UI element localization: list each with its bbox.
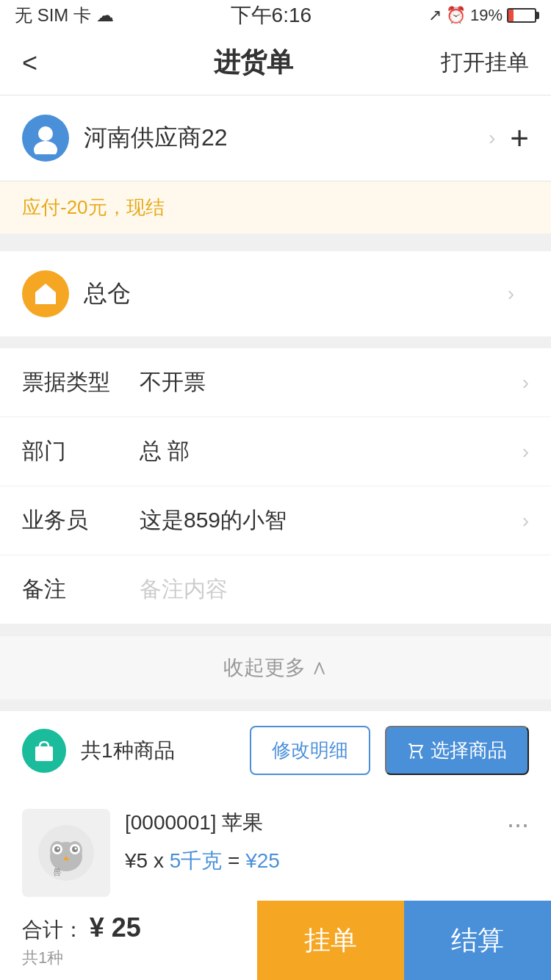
supplier-chevron: › (489, 126, 495, 150)
svg-point-16 (75, 848, 77, 850)
settle-button[interactable]: 结算 (404, 901, 551, 980)
total-section: 合计： ¥ 25 共1种 (0, 901, 257, 980)
product-thumbnail: 兽 (22, 809, 110, 897)
sim-text: 无 SIM 卡 ☁ (15, 4, 114, 27)
agent-chevron: › (522, 509, 529, 533)
status-right: ↗ ⏰ 19% (428, 6, 536, 25)
home-icon (32, 281, 59, 307)
page-title: 进货单 (214, 45, 293, 81)
svg-point-6 (421, 756, 423, 758)
edit-detail-button[interactable]: 修改明细 (250, 726, 370, 775)
product-unit-price: ¥5 (125, 849, 148, 872)
nav-bar: < 进货单 打开挂单 (0, 31, 551, 96)
total-count: 共1种 (22, 947, 235, 969)
cart-icon (407, 742, 425, 760)
dept-chevron: › (522, 440, 529, 464)
product-total: ¥25 (245, 849, 280, 872)
supplier-avatar (22, 115, 69, 162)
product-name: [0000001] 苹果 (125, 809, 492, 837)
status-bar: 无 SIM 卡 ☁ 下午6:16 ↗ ⏰ 19% (0, 0, 551, 31)
invoice-label: 票据类型 (22, 367, 125, 397)
product-count-text: 共1种商品 (81, 737, 235, 765)
product-price-row: ¥5 x 5千克 = ¥25 (125, 847, 492, 875)
supplier-name: 河南供应商22 (84, 122, 489, 154)
product-code: [0000001] (125, 811, 217, 834)
location-icon: ↗ (428, 6, 442, 25)
product-header: 共1种商品 修改明细 选择商品 (0, 711, 551, 790)
invoice-row[interactable]: 票据类型 不开票 › (0, 348, 551, 417)
collapse-button[interactable]: 收起更多 ∧ (0, 636, 551, 699)
supplier-alert: 应付-20元，现结 (0, 181, 551, 239)
product-name-text: 苹果 (222, 811, 263, 834)
multiply-sign: x (154, 849, 170, 872)
warehouse-icon (22, 270, 69, 317)
supplier-row[interactable]: 河南供应商22 › + (0, 96, 551, 181)
warehouse-chevron: › (508, 282, 514, 306)
select-product-button[interactable]: 选择商品 (385, 726, 529, 775)
equals-sign: = (228, 849, 245, 872)
svg-point-0 (38, 126, 53, 141)
total-label: 合计： (22, 918, 84, 941)
status-left: 无 SIM 卡 ☁ (15, 4, 114, 27)
warehouse-row[interactable]: 总仓 › (0, 251, 551, 336)
product-info: [0000001] 苹果 ¥5 x 5千克 = ¥25 (125, 809, 492, 875)
svg-point-1 (34, 141, 57, 154)
bottom-bar: 合计： ¥ 25 共1种 挂单 结算 (0, 901, 551, 980)
form-section: 票据类型 不开票 › 部门 总 部 › 业务员 这是859的小智 › 备注 备注… (0, 348, 551, 624)
open-hang-button[interactable]: 打开挂单 (441, 48, 529, 78)
invoice-chevron: › (522, 371, 529, 394)
dept-label: 部门 (22, 436, 125, 466)
svg-text:兽: 兽 (53, 867, 62, 877)
status-time: 下午6:16 (231, 1, 312, 29)
product-qty: 5千克 (170, 849, 223, 872)
alarm-icon: ⏰ (446, 6, 466, 25)
svg-rect-4 (35, 746, 53, 761)
supplier-section: 河南供应商22 › + 应付-20元，现结 (0, 96, 551, 239)
remark-row[interactable]: 备注 备注内容 (0, 555, 551, 624)
product-count-icon (22, 729, 66, 773)
back-button[interactable]: < (22, 48, 66, 79)
remark-label: 备注 (22, 574, 125, 605)
battery-icon (507, 8, 536, 23)
agent-label: 业务员 (22, 505, 125, 536)
product-more-button[interactable]: ··· (507, 809, 529, 840)
dept-row[interactable]: 部门 总 部 › (0, 417, 551, 486)
dept-value: 总 部 (125, 436, 522, 466)
battery-percent: 19% (470, 6, 503, 25)
remark-placeholder: 备注内容 (125, 574, 529, 605)
agent-row[interactable]: 业务员 这是859的小智 › (0, 486, 551, 555)
select-product-label: 选择商品 (431, 738, 507, 763)
add-supplier-button[interactable]: + (510, 122, 529, 154)
svg-point-15 (57, 848, 60, 850)
invoice-value: 不开票 (125, 367, 522, 397)
owl-logo: 兽 (37, 824, 96, 882)
avatar-icon (29, 122, 62, 154)
svg-rect-3 (43, 297, 48, 304)
main-content: 河南供应商22 › + 应付-20元，现结 总仓 › 票据类型 不开票 › 部门… (0, 96, 551, 980)
product-item: 兽 [0000001] 苹果 ¥5 x 5千克 = ¥25 ··· (0, 791, 551, 915)
shopping-bag-icon (31, 738, 57, 764)
svg-point-5 (413, 756, 415, 758)
products-section: 共1种商品 修改明细 选择商品 (0, 711, 551, 915)
total-label-amount: 合计： ¥ 25 (22, 912, 235, 944)
warehouse-name: 总仓 (84, 278, 508, 310)
total-amount: ¥ 25 (90, 912, 141, 943)
agent-value: 这是859的小智 (125, 505, 522, 536)
hang-button[interactable]: 挂单 (257, 901, 404, 980)
